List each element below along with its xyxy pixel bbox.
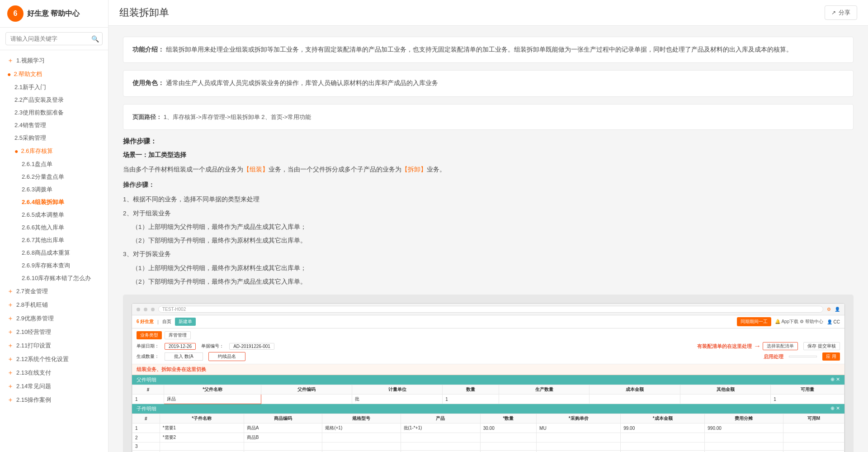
mock-date-input: 2019-12-26 (165, 343, 196, 350)
row-seq: 1 (132, 395, 164, 404)
sidebar-header: 6 好生意 帮助中心 (0, 0, 108, 28)
mock-nav-new: 新建单 (175, 318, 196, 326)
step3: 3、对于拆装业务 (123, 249, 854, 260)
sidebar-item-assembly[interactable]: 2.6.4组装拆卸单 (0, 196, 108, 209)
sidebar-item-customize[interactable]: ＋ 2.12系统个性化设置 (0, 352, 108, 366)
sidebar-item-video[interactable]: ＋ 1.视频学习 (0, 54, 108, 67)
col-other-amt: 其他金额 (680, 385, 770, 395)
main-area: 组装拆卸单 ↗ 分享 功能介绍： 组装拆卸单用来处理企业组装或拆卸等加工业务，支… (108, 0, 868, 452)
col-child-code: 商品编码 (244, 414, 322, 423)
sidebar-item-finance[interactable]: ＋ 2.7资金管理 (0, 285, 108, 298)
nav-tree: ＋ 1.视频学习 ● 2.帮助文档 2.1新手入门 2.2产品安装及登录 2.3… (0, 50, 108, 452)
sidebar-item-sales[interactable]: 2.4销售管理 (0, 119, 108, 132)
scene1-title: 场景一：加工类型选择 (123, 151, 854, 159)
table-row: 1 床品 批 1 1 (132, 395, 844, 404)
sidebar-item-split-count[interactable]: 2.6.2分量盘点单 (0, 171, 108, 183)
sidebar-item-label: 2.11打印设置 (16, 342, 51, 350)
sidebar-item-docs[interactable]: ● 2.帮助文档 (0, 67, 108, 81)
role-label: 使用角色： (132, 80, 164, 86)
intro-text: 组装拆卸单用来处理企业组装或拆卸等加工业务，支持有固定装配清单的产品加工业务，也… (166, 46, 793, 53)
row-prod3 (401, 433, 480, 442)
mock-qty-input: 批入 数(A (165, 352, 203, 361)
browser-dot3 (151, 308, 155, 311)
sidebar-item-coupon[interactable]: ＋ 2.9优惠券管理 (0, 312, 108, 325)
sidebar-item-new-user[interactable]: 2.1新手入门 (0, 81, 108, 94)
mock-qty-row: 生成数量： 批入 数(A 约续品名 启用处理 应 用 (137, 352, 840, 361)
sidebar-item-cases[interactable]: ＋ 2.15操作案例 (0, 393, 108, 407)
content-area: 功能介绍： 组装拆卸单用来处理企业组装或拆卸等加工业务，支持有固定装配清单的产品… (108, 26, 868, 452)
sidebar-item-payment[interactable]: ＋ 2.13在线支付 (0, 366, 108, 380)
mock-form-tabs: 业务类型 库管管理 (137, 331, 840, 339)
col-child-name: *子件名称 (160, 414, 244, 423)
sidebar-item-data-prep[interactable]: 2.3使用前数据准备 (0, 106, 108, 119)
sidebar-item-transfer[interactable]: 2.6.3调拨单 (0, 183, 108, 196)
search-input[interactable] (5, 32, 103, 45)
sidebar-item-label: 2.9优惠券管理 (16, 314, 54, 323)
step3-1: （1）上部明细为父件明细，最终作为原材料生成其它出库单； (132, 263, 854, 274)
expand-icon-5: ＋ (7, 314, 14, 323)
sidebar-item-mobile[interactable]: ＋ 2.8手机旺铺 (0, 298, 108, 312)
row-child-name2: *需要2 (160, 433, 244, 442)
intro-label: 功能介绍： (132, 46, 164, 53)
row-spec: 规格(+1) (322, 423, 401, 433)
intro-block: 功能介绍： 组装拆卸单用来处理企业组装或拆卸等加工业务，支持有固定装配清单的产品… (123, 37, 854, 63)
mock-tab-type: 业务类型 (137, 331, 162, 339)
mock-parent-title: 父件明细 (137, 376, 156, 383)
row-avail: 1 (771, 395, 844, 404)
row-avail3 (783, 423, 844, 433)
sidebar-item-faq[interactable]: ＋ 2.14常见问题 (0, 380, 108, 393)
col-pur-price: *采购单价 (537, 414, 621, 423)
mock-label-orderno: 单据编号： (201, 343, 224, 349)
mock-browser: TEST-H002 ⚙ 👤 6 好生意 | 自页 新建单 同期期间一工 🔔 Ap… (132, 303, 845, 452)
sidebar-item-ledger-error[interactable]: 2.6.10库存账本错了怎么办 (0, 272, 108, 285)
path-text: 1、库存核算->库存管理->组装拆卸单 2、首页->常用功能 (164, 114, 311, 120)
search-box[interactable]: 🔍 (0, 28, 108, 50)
mock-form-row1: 单据日期： 2019-12-26 单据编号： AD-20191226-001 有… (137, 342, 840, 350)
mock-form-area: 业务类型 库管管理 单据日期： 2019-12-26 单据编号： AD-2019… (132, 328, 844, 364)
sidebar-item-cost-adj[interactable]: 2.6.5成本调整单 (0, 209, 108, 221)
topbar: 组装拆卸单 ↗ 分享 (108, 0, 868, 26)
sidebar-item-print[interactable]: ＋ 2.11打印设置 (0, 339, 108, 352)
mock-divider: | (157, 319, 159, 324)
search-icon[interactable]: 🔍 (91, 35, 99, 43)
sidebar-item-mgmt[interactable]: ＋ 2.10经营管理 (0, 325, 108, 339)
col-fee: 费用分摊 (705, 414, 783, 423)
path-block: 页面路径： 1、库存核算->库存管理->组装拆卸单 2、首页->常用功能 (123, 104, 854, 130)
row-parent-code (261, 395, 352, 404)
sidebar-item-ledger[interactable]: 2.6.9库存账本查询 (0, 259, 108, 272)
expand-icon-3: ＋ (7, 287, 14, 295)
step-list: 1、根据不同的业务，选择不同单据的类型来处理 2、对于组装业务 （1）上部明细为… (123, 194, 854, 287)
sidebar-item-other-in[interactable]: 2.6.6其他入库单 (0, 221, 108, 234)
user-icon: 👤 (835, 307, 840, 312)
sidebar-item-stocktake[interactable]: 2.6.1盘点单 (0, 158, 108, 171)
row-prod2: 批(1-*+1) (401, 423, 480, 433)
col-seq2: # (132, 414, 160, 423)
mock-child-icons: ⊕ ✕ (830, 405, 840, 412)
step3-2: （2）下部明细为子件明细，最终作为产成品生成其它入库单。 (132, 276, 854, 287)
col-unit: 计量单位 (352, 385, 442, 395)
sidebar-item-cost-reset[interactable]: 2.6.8商品成本重算 (0, 247, 108, 259)
sidebar-item-inventory[interactable]: ● 2.6库存核算 (0, 144, 108, 158)
mock-annotation1-wrap: 有装配清单的在这里处理 → 选择装配清单 (697, 342, 798, 350)
mock-child-header: 子件明细 ⊕ ✕ (132, 404, 844, 414)
mock-nav-home: 自页 (162, 319, 171, 325)
sidebar-item-label: 2.14常见问题 (16, 382, 51, 390)
mock-period-btn[interactable]: 同期期间一工 (737, 317, 771, 326)
share-button[interactable]: ↗ 分享 (825, 5, 857, 20)
row-avail4 (783, 433, 844, 442)
mock-annotation1-text: 有装配清单的在这里处理 (697, 343, 752, 350)
mock-browser-bar: TEST-H002 ⚙ 👤 (132, 304, 844, 315)
row-prod-qty (499, 395, 590, 404)
row-pur-price2 (537, 433, 621, 442)
col-seq: # (132, 385, 164, 395)
sidebar-item-install[interactable]: 2.2产品安装及登录 (0, 94, 108, 106)
expand-icon-10: ＋ (7, 382, 14, 390)
mock-tab-list: 库管管理 (165, 331, 191, 339)
col-prod2: 产品 (401, 414, 480, 423)
mock-child-title: 子件明细 (137, 405, 156, 412)
sidebar-item-other-out[interactable]: 2.6.7其他出库单 (0, 234, 108, 247)
sidebar-item-label: 2.10经营管理 (16, 328, 51, 336)
mock-annotation3-text: 启用处理 (764, 353, 783, 360)
app-title: 好生意 帮助中心 (27, 9, 80, 19)
sidebar-item-purchase[interactable]: 2.5采购管理 (0, 132, 108, 144)
